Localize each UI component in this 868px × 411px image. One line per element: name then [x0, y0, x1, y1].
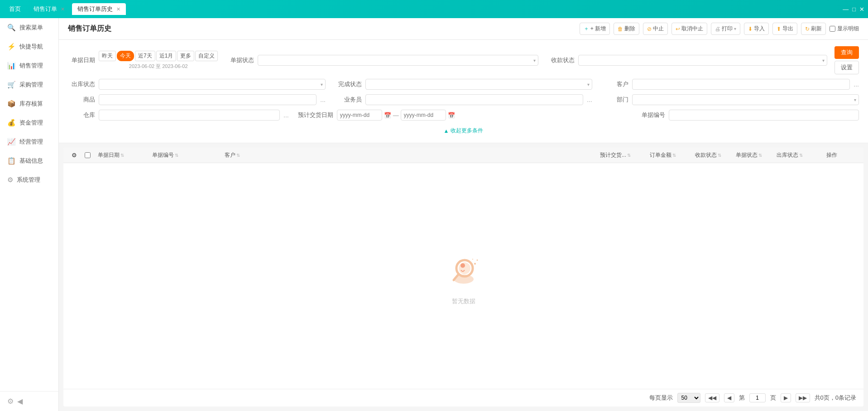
- filter-dept: 部门 ▾: [601, 94, 859, 105]
- pay-status-select[interactable]: [578, 55, 827, 66]
- maximize-btn[interactable]: □: [852, 6, 856, 13]
- svg-point-4: [460, 263, 465, 268]
- salesperson-dots-btn[interactable]: ...: [587, 96, 592, 103]
- stop-button[interactable]: ⊘ 中止: [643, 23, 668, 35]
- svg-point-7: [472, 259, 473, 260]
- salesperson-input[interactable]: [365, 94, 583, 105]
- print-button[interactable]: 🖨 打印 ▾: [711, 23, 740, 35]
- page-label: 第: [739, 394, 745, 402]
- sidebar-item-business[interactable]: 📈 经营管理: [0, 132, 58, 151]
- date-btn-yesterday[interactable]: 昨天: [99, 51, 116, 61]
- sidebar-settings-btn[interactable]: ⚙: [7, 397, 14, 406]
- warehouse-dots-btn[interactable]: ...: [283, 111, 289, 119]
- tab-home[interactable]: 首页: [4, 3, 26, 15]
- table-settings-icon[interactable]: ⚙: [68, 152, 81, 159]
- last-page-btn[interactable]: ▶▶: [796, 393, 810, 402]
- sidebar-item-search[interactable]: 🔍 搜索菜单: [0, 18, 58, 37]
- doc-date-label: 单据日期: [68, 56, 95, 64]
- refresh-button[interactable]: ↻ 刷新: [801, 23, 826, 35]
- collapse-label: 收起更多条件: [451, 127, 483, 135]
- select-all-checkbox-col[interactable]: [81, 152, 94, 158]
- doc-no-input[interactable]: [669, 110, 859, 121]
- delivery-date-from-input[interactable]: [337, 110, 382, 121]
- page-size-select[interactable]: 50 20 100 200: [677, 393, 700, 403]
- sort-doc-no-icon: ⇅: [175, 153, 178, 158]
- date-range-display: 2023-06-02 至 2023-06-02: [129, 63, 188, 70]
- sidebar-item-quicknav[interactable]: ⚡ 快捷导航: [0, 37, 58, 56]
- th-pay-status[interactable]: 收款状态 ⇅: [691, 151, 732, 159]
- sidebar-item-finance[interactable]: 💰 资金管理: [0, 113, 58, 132]
- out-status-select[interactable]: [99, 79, 326, 90]
- settings-button[interactable]: 设置: [834, 61, 859, 74]
- th-out-status[interactable]: 出库状态 ⇅: [773, 151, 823, 159]
- product-input[interactable]: [99, 94, 317, 105]
- filter-customer: 客户 ...: [601, 79, 859, 90]
- display-detail-checkbox-wrap[interactable]: 显示明细: [830, 25, 859, 33]
- info-icon: 📋: [7, 157, 16, 165]
- empty-illustration: [441, 247, 486, 292]
- filter-out-status: 出库状态 ▾: [68, 79, 326, 90]
- close-btn[interactable]: ✕: [859, 6, 864, 13]
- sort-order-status-icon: ⇅: [758, 153, 762, 158]
- display-detail-checkbox[interactable]: [830, 26, 835, 32]
- delete-button[interactable]: 🗑 删除: [614, 23, 639, 35]
- sidebar-item-purchase[interactable]: 🛒 采购管理: [0, 75, 58, 94]
- warehouse-input[interactable]: [99, 110, 280, 121]
- tab-sales-order[interactable]: 销售订单 ✕: [28, 3, 70, 15]
- th-customer[interactable]: 客户 ⇅: [221, 151, 596, 159]
- import-button[interactable]: ⬇ 导入: [744, 23, 769, 35]
- close-tab-sales-order-history[interactable]: ✕: [116, 6, 120, 12]
- date-btn-more[interactable]: 更多: [177, 51, 194, 61]
- page-size-label: 每页显示: [649, 394, 673, 402]
- sort-amount-icon: ⇅: [672, 153, 676, 158]
- nav-icon: ⚡: [7, 43, 16, 51]
- minimize-btn[interactable]: —: [843, 6, 849, 13]
- product-dots-btn[interactable]: ...: [320, 96, 326, 103]
- add-button[interactable]: ＋ + 新增: [580, 23, 610, 35]
- finance-icon: 💰: [7, 119, 16, 127]
- first-page-btn[interactable]: ◀◀: [705, 393, 719, 402]
- collapse-bar[interactable]: ▲ 收起更多条件: [68, 125, 859, 136]
- th-doc-date[interactable]: 单据日期 ⇅: [94, 151, 149, 159]
- page-input[interactable]: [749, 393, 766, 402]
- customer-input[interactable]: [632, 79, 850, 90]
- select-all-checkbox[interactable]: [85, 152, 91, 158]
- sidebar-item-system[interactable]: ⚙ 系统管理: [0, 170, 58, 189]
- sidebar-collapse-btn[interactable]: ◀: [17, 397, 23, 406]
- tab-sales-order-history[interactable]: 销售订单历史 ✕: [72, 3, 126, 15]
- doc-status-select[interactable]: [258, 55, 538, 66]
- date-btn-today[interactable]: 今天: [117, 51, 134, 61]
- th-amount[interactable]: 订单金额 ⇅: [646, 151, 691, 159]
- business-icon: 📈: [7, 138, 16, 146]
- sidebar-item-info[interactable]: 📋 基础信息: [0, 151, 58, 170]
- cancel-stop-icon: ↩: [676, 26, 680, 32]
- close-tab-sales-order[interactable]: ✕: [61, 6, 65, 12]
- delivery-date-to-input[interactable]: [401, 110, 446, 121]
- sidebar-item-inventory[interactable]: 📦 库存核算: [0, 94, 58, 113]
- date-btn-custom[interactable]: 自定义: [195, 51, 218, 61]
- customer-label: 客户: [601, 80, 628, 88]
- next-page-btn[interactable]: ▶: [781, 393, 791, 402]
- svg-point-2: [459, 262, 470, 274]
- dept-select[interactable]: [632, 94, 859, 105]
- sidebar-item-sales[interactable]: 📊 销售管理: [0, 56, 58, 75]
- prev-page-btn[interactable]: ◀: [724, 393, 734, 402]
- toolbar: ＋ + 新增 🗑 删除 ⊘ 中止 ↩ 取消中止 🖨 打印: [580, 23, 859, 35]
- calendar-to-icon[interactable]: 📅: [448, 112, 455, 119]
- cancel-stop-button[interactable]: ↩ 取消中止: [671, 23, 707, 35]
- sort-out-status-icon: ⇅: [799, 153, 803, 158]
- customer-dots-btn[interactable]: ...: [854, 81, 859, 88]
- refresh-icon: ↻: [805, 26, 810, 32]
- sort-customer-icon: ⇅: [236, 153, 240, 158]
- date-btn-1month[interactable]: 近1月: [156, 51, 177, 61]
- complete-status-select[interactable]: [365, 79, 592, 90]
- th-doc-no[interactable]: 单据编号 ⇅: [149, 151, 221, 159]
- delivery-date-label: 预计交货日期: [298, 111, 333, 119]
- search-button[interactable]: 查询: [834, 46, 859, 59]
- th-delivery[interactable]: 预计交货... ⇅: [596, 151, 646, 159]
- export-button[interactable]: ⬆ 导出: [772, 23, 797, 35]
- th-order-status[interactable]: 单据状态 ⇅: [732, 151, 773, 159]
- date-btn-7days[interactable]: 近7天: [135, 51, 155, 61]
- table-header: ⚙ 单据日期 ⇅ 单据编号 ⇅ 客户 ⇅ 预计交货...: [63, 148, 863, 163]
- calendar-from-icon[interactable]: 📅: [384, 112, 391, 119]
